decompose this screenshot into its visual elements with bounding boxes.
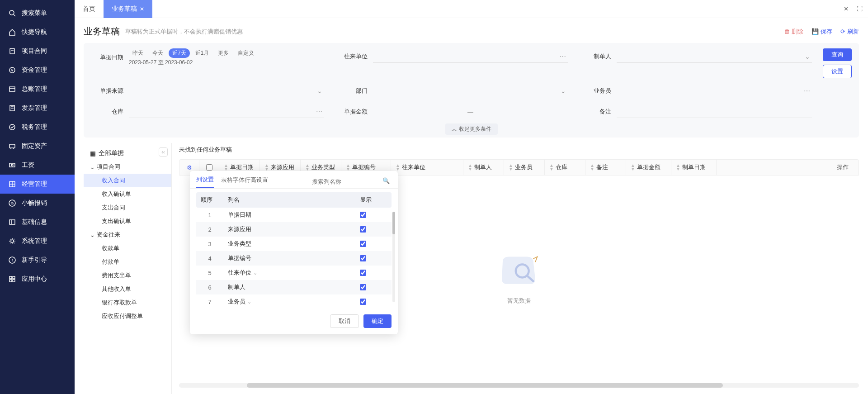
sidebar-item-5[interactable]: 发票管理 [0, 99, 75, 118]
popup-row-0[interactable]: 1单据日期 [196, 208, 392, 222]
fullscreen-icon[interactable]: ⛶ [854, 4, 864, 14]
delete-action[interactable]: 🗑删除 [784, 28, 803, 36]
tree-item-0-0[interactable]: 收入合同 [84, 174, 171, 187]
show-checkbox-1[interactable] [360, 226, 366, 233]
popup-row-3[interactable]: 4单据编号 [196, 251, 392, 266]
svg-text:G: G [11, 201, 14, 205]
sidebar-item-8[interactable]: 工资 [0, 156, 75, 175]
chevron-down-icon[interactable]: ⌄ [253, 270, 257, 275]
popup-tab-font[interactable]: 表格字体行高设置 [221, 176, 268, 188]
sidebar-item-10[interactable]: G小畅报销 [0, 194, 75, 213]
sidebar-item-11[interactable]: 基础信息 [0, 213, 75, 232]
date-option-1[interactable]: 今天 [149, 48, 167, 58]
guide-icon [8, 256, 16, 264]
date-option-2[interactable]: 近7天 [169, 48, 190, 58]
tab-1[interactable]: 业务草稿✕ [104, 0, 152, 18]
tree-item-1-0[interactable]: 收款单 [84, 242, 171, 255]
th-10[interactable]: ▲▼制单日期 [671, 160, 717, 175]
staff-input[interactable]: ⋯ [617, 85, 812, 97]
popup-row-2[interactable]: 3业务类型 [196, 237, 392, 251]
tree-collapse-button[interactable]: ‹‹ [159, 147, 168, 157]
sidebar-item-1[interactable]: 快捷导航 [0, 23, 75, 42]
svg-rect-2 [10, 48, 14, 54]
popup-cancel-button[interactable]: 取消 [330, 314, 359, 328]
more-icon[interactable]: ⋯ [804, 87, 810, 95]
chevron-down-icon[interactable]: ⌄ [247, 299, 251, 304]
sidebar-item-9[interactable]: 经营管理 [0, 175, 75, 194]
popup-row-1[interactable]: 2来源应用 [196, 222, 392, 237]
close-icon[interactable]: ✕ [140, 6, 144, 12]
tree-item-1-3[interactable]: 其他收入单 [84, 282, 171, 296]
sidebar-item-2[interactable]: 项目合同 [0, 42, 75, 61]
save-action[interactable]: 💾保存 [811, 28, 832, 36]
th-5[interactable]: ▲▼制单人 [463, 160, 504, 175]
sidebar-item-3[interactable]: ¥资金管理 [0, 61, 75, 80]
source-select[interactable]: ⌄ [129, 85, 324, 97]
tree-group-0[interactable]: ⌄项目合同 [84, 160, 171, 174]
popup-confirm-button[interactable]: 确定 [363, 314, 392, 328]
tree-group-1[interactable]: ⌄资金往来 [84, 228, 171, 242]
th-7[interactable]: ▲▼仓库 [545, 160, 585, 175]
th-operation: 操作 [827, 160, 859, 175]
show-checkbox-0[interactable] [360, 212, 366, 218]
settings-button[interactable]: 设置 [823, 65, 852, 78]
asset-icon [8, 142, 16, 150]
tab-close-icon[interactable]: ✕ [841, 4, 851, 14]
th-8[interactable]: ▲▼备注 [585, 160, 626, 175]
tree-item-1-2[interactable]: 费用支出单 [84, 269, 171, 282]
chevron-down-icon[interactable]: ⌄ [561, 87, 566, 95]
query-button[interactable]: 查询 [823, 48, 852, 61]
th-4[interactable]: ▲▼往来单位 [391, 160, 463, 175]
tree-header: ▦ 全部单据 [84, 147, 171, 160]
sidebar-item-0[interactable]: 搜索菜单 [0, 4, 75, 23]
popup-row-5[interactable]: 6制单人 [196, 280, 392, 294]
popup-search-input[interactable] [310, 176, 392, 187]
partner-input[interactable]: ⋯ [373, 50, 568, 63]
refresh-action[interactable]: ⟳刷新 [840, 28, 859, 36]
more-icon[interactable]: ⋯ [560, 53, 566, 60]
sidebar-item-13[interactable]: 新手引导 [0, 251, 75, 270]
tree-item-1-4[interactable]: 银行存取款单 [84, 296, 171, 309]
sidebar-item-6[interactable]: 税务管理 [0, 118, 75, 137]
th-6[interactable]: ▲▼业务员 [504, 160, 545, 175]
sidebar-item-4[interactable]: 总账管理 [0, 80, 75, 99]
tree-item-1-1[interactable]: 付款单 [84, 255, 171, 269]
sort-icon: ▲▼ [224, 164, 228, 171]
show-checkbox-5[interactable] [360, 284, 366, 290]
show-checkbox-4[interactable] [360, 270, 366, 276]
collapse-filters-button[interactable]: ︽ 收起更多条件 [445, 123, 498, 135]
popup-th-show: 显示 [355, 192, 392, 208]
date-option-5[interactable]: 自定义 [234, 48, 258, 58]
sidebar-item-14[interactable]: 应用中心 [0, 270, 75, 289]
show-checkbox-3[interactable] [360, 255, 366, 261]
empty-icon [494, 251, 544, 291]
date-option-0[interactable]: 昨天 [129, 48, 147, 58]
creator-select[interactable]: ⌄ [617, 50, 812, 63]
chevron-down-icon[interactable]: ⌄ [317, 87, 322, 95]
svg-rect-28 [9, 280, 12, 282]
date-option-4[interactable]: 更多 [214, 48, 232, 58]
popup-tab-columns[interactable]: 列设置 [196, 176, 214, 188]
show-checkbox-2[interactable] [360, 241, 366, 247]
tree-item-0-1[interactable]: 收入确认单 [84, 187, 171, 201]
tab-0[interactable]: 首页 [75, 0, 104, 18]
popup-row-4[interactable]: 5往来单位⌄ [196, 266, 392, 280]
invoice-icon [8, 104, 16, 112]
th-9[interactable]: ▲▼单据金额 [626, 160, 671, 175]
sidebar-item-7[interactable]: 固定资产 [0, 137, 75, 156]
chevron-down-icon[interactable]: ⌄ [805, 53, 810, 60]
horizontal-scrollbar[interactable] [179, 383, 859, 388]
more-icon[interactable]: ⋯ [316, 108, 322, 115]
tree-item-0-2[interactable]: 支出合同 [84, 201, 171, 214]
dept-select[interactable]: ⌄ [373, 85, 568, 97]
tree-item-1-5[interactable]: 应收应付调整单 [84, 309, 171, 323]
popup-scrollbar[interactable] [392, 212, 395, 302]
warehouse-input[interactable]: ⋯ [129, 105, 324, 118]
popup-row-6[interactable]: 7业务员⌄ [196, 294, 392, 309]
sidebar-item-12[interactable]: 系统管理 [0, 232, 75, 251]
date-option-3[interactable]: 近1月 [192, 48, 213, 58]
show-checkbox-6[interactable] [360, 299, 366, 305]
tree-item-0-3[interactable]: 支出确认单 [84, 214, 171, 228]
search-icon[interactable]: 🔍 [382, 177, 390, 184]
remark-input[interactable] [617, 105, 812, 118]
